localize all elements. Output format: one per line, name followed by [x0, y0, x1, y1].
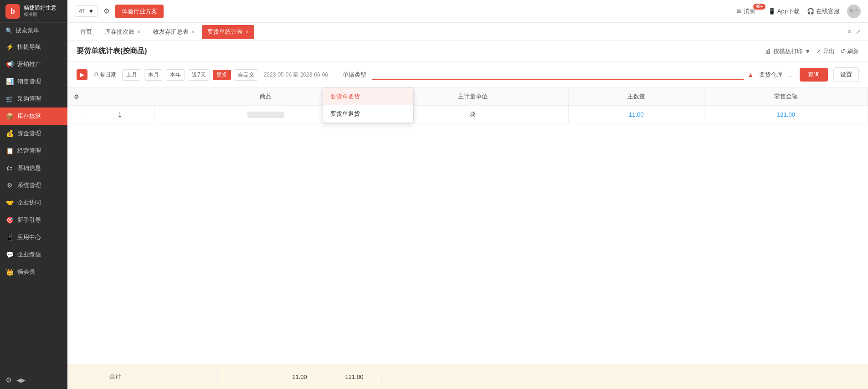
- sidebar-item-appcenter[interactable]: 📱 应用中心: [0, 229, 67, 246]
- tab-home[interactable]: 首页: [75, 25, 98, 39]
- filter-bar: ▶ 单据日期 上月 本月 本年 近7天 更多 自定义 2023-05-06 至 …: [67, 62, 868, 88]
- date-this-month-btn[interactable]: 本月: [144, 69, 163, 81]
- date-more-btn[interactable]: 更多: [213, 70, 231, 80]
- print-arrow-icon: ▼: [805, 48, 811, 55]
- row-amount[interactable]: 121.00: [704, 106, 868, 123]
- sidebar-search[interactable]: 🔍 搜索菜单: [0, 23, 67, 38]
- store-selector[interactable]: 41 ▼: [75, 5, 98, 17]
- settings-icon[interactable]: ⚙: [5, 376, 12, 384]
- tab-label: 库存批次账: [105, 28, 134, 36]
- tab-close-icon[interactable]: ×: [191, 29, 195, 35]
- wechat-icon: 💬: [5, 251, 14, 258]
- topbar-right: ✉ 消息 99+ 📱 App下载 🎧 在线客服 用户: [737, 5, 861, 18]
- filter-type-group: ▲: [372, 70, 754, 80]
- user-avatar[interactable]: 用户: [847, 5, 861, 18]
- col-rownum: [86, 88, 154, 106]
- dropdown-item-return[interactable]: 要货单退货: [323, 105, 413, 123]
- type-input[interactable]: [372, 70, 744, 80]
- sidebar-item-member[interactable]: 👑 畅会员: [0, 263, 67, 281]
- export-icon: ↗: [816, 48, 821, 55]
- page-actions: 🖨 按模板打印 ▼ ↗ 导出 ↺ 刷新: [765, 47, 859, 56]
- tabbar: 首页 库存批次账 × 收发存汇总表 × 要货单统计表 × ✕ ⤢: [67, 23, 868, 41]
- app-icon: 📱: [5, 234, 14, 241]
- footer-qty: 11.00: [272, 370, 327, 384]
- date-7days-btn[interactable]: 近7天: [188, 69, 210, 81]
- sidebar-item-enterprise[interactable]: 🤝 企业协同: [0, 194, 67, 211]
- sidebar-item-inventory[interactable]: 📦 库存核算: [0, 107, 67, 125]
- message-icon: ✉: [737, 8, 742, 15]
- sidebar-item-label: 系统管理: [17, 181, 41, 189]
- promo-button[interactable]: 体验行业方案: [115, 5, 164, 18]
- app-logo-icon: b: [5, 4, 20, 19]
- main-area: 41 ▼ ⚙ 体验行业方案 ✉ 消息 99+ 📱 App下载 🎧 在线客服 用户: [67, 0, 868, 389]
- expand-icon[interactable]: ⤢: [856, 28, 861, 35]
- sidebar-item-label: 资金管理: [17, 129, 41, 138]
- date-custom-btn[interactable]: 自定义: [234, 69, 258, 81]
- sidebar-item-label: 基础信息: [17, 164, 41, 172]
- row-num: 1: [86, 106, 154, 123]
- tab-order-stats[interactable]: 要货单统计表 ×: [202, 25, 254, 39]
- date-prev-month-btn[interactable]: 上月: [122, 69, 141, 81]
- footer-empty1: [67, 373, 86, 380]
- sidebar-item-label: 营销推广: [17, 60, 41, 68]
- sidebar-item-system[interactable]: ⚙ 系统管理: [0, 177, 67, 194]
- search-icon: 🔍: [5, 27, 13, 34]
- sidebar-logo: b 畅捷通好生意 标准版: [0, 0, 67, 23]
- query-btn[interactable]: 查询: [800, 68, 828, 82]
- sidebar-item-base[interactable]: 🗂 基础信息: [0, 159, 67, 177]
- footer-total-label: 合计: [104, 369, 218, 384]
- print-label: 按模板打印: [773, 47, 803, 56]
- date-this-year-btn[interactable]: 本年: [166, 69, 185, 81]
- type-dropdown: 要货单要货 要货单退货: [323, 87, 414, 123]
- inventory-icon: 📦: [5, 113, 14, 120]
- app-download-label: App下载: [777, 7, 800, 15]
- sidebar-item-shortcut[interactable]: ⚡ 快捷导航: [0, 38, 67, 56]
- sidebar-item-label: 快捷导航: [17, 43, 41, 51]
- operation-icon: 📋: [5, 147, 14, 154]
- dropdown-item-goods[interactable]: 要货单要货: [323, 88, 413, 105]
- purchase-icon: 🛒: [5, 95, 14, 102]
- row-qty[interactable]: 11.00: [568, 106, 704, 123]
- warehouse-more-icon[interactable]: …: [788, 72, 794, 78]
- date-range-display: 2023-05-06 至 2023-06-06: [264, 71, 328, 79]
- sidebar-item-sales[interactable]: 📊 销售管理: [0, 73, 67, 90]
- app-download-btn[interactable]: 📱 App下载: [768, 7, 800, 15]
- tab-close-icon[interactable]: ×: [137, 29, 140, 35]
- dropdown-item-label: 要货单要货: [330, 93, 360, 100]
- sidebar: b 畅捷通好生意 标准版 🔍 搜索菜单 ⚡ 快捷导航 📢 营销推广 📊 销售管理…: [0, 0, 67, 389]
- sidebar-item-finance[interactable]: 💰 资金管理: [0, 125, 67, 142]
- collapse-icon[interactable]: ◀▶: [16, 377, 26, 384]
- sidebar-item-label: 畅会员: [17, 268, 35, 276]
- online-service-btn[interactable]: 🎧 在线客服: [807, 7, 840, 15]
- filter-expand-btn[interactable]: ▶: [77, 69, 87, 80]
- footer-amount: 121.00: [327, 370, 382, 384]
- table-container: ⚙ 商品 主计量单位 主数量 零售金额 1: [67, 88, 868, 364]
- sidebar-item-operation[interactable]: 📋 经营管理: [0, 142, 67, 159]
- tab-inventory-batch[interactable]: 库存批次账 ×: [99, 25, 146, 39]
- row-settings: [67, 106, 86, 123]
- sidebar-item-purchase[interactable]: 🛒 采购管理: [0, 90, 67, 107]
- page-title: 要货单统计表(按商品): [77, 46, 147, 56]
- close-all-icon[interactable]: ✕: [847, 28, 852, 35]
- sidebar-item-label: 采购管理: [17, 95, 41, 103]
- sidebar-item-marketing[interactable]: 📢 营销推广: [0, 56, 67, 73]
- type-dropdown-arrow-icon[interactable]: ▲: [747, 71, 754, 78]
- store-dropdown-icon: ▼: [88, 8, 94, 15]
- date-label: 单据日期: [93, 71, 117, 79]
- refresh-btn[interactable]: ↺ 刷新: [840, 47, 859, 56]
- filter-settings-btn[interactable]: 设置: [833, 67, 859, 82]
- enterprise-icon: 🤝: [5, 199, 14, 206]
- sidebar-bottom: ⚙ ◀▶: [0, 371, 67, 389]
- tab-receive-summary[interactable]: 收发存汇总表 ×: [148, 25, 200, 39]
- finance-icon: 💰: [5, 130, 14, 137]
- sidebar-item-wechat[interactable]: 💬 企业微信: [0, 246, 67, 263]
- print-template-btn[interactable]: 🖨 按模板打印 ▼: [765, 47, 811, 56]
- notification-btn[interactable]: ✉ 消息 99+: [737, 7, 761, 15]
- tab-close-icon[interactable]: ×: [246, 29, 249, 35]
- col-settings[interactable]: ⚙: [67, 88, 86, 106]
- expand-arrow-icon: ▶: [80, 72, 84, 78]
- product-name-placeholder: [247, 112, 284, 118]
- export-btn[interactable]: ↗ 导出: [816, 47, 835, 56]
- sidebar-item-guide[interactable]: 🎯 新手引导: [0, 211, 67, 229]
- topbar-settings-icon[interactable]: ⚙: [103, 7, 110, 15]
